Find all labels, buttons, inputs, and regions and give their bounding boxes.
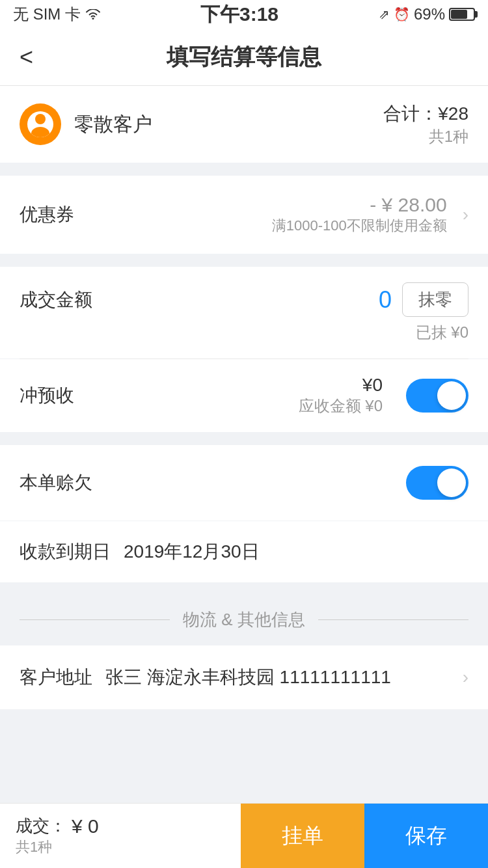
deal-amount-row: 成交金额 0 抹零 bbox=[20, 282, 468, 317]
back-button[interactable]: < bbox=[20, 44, 33, 71]
coupon-right: - ¥ 28.00 满1000-100不限制使用金额 › bbox=[272, 194, 468, 236]
deal-amount-value: 0 bbox=[379, 286, 392, 314]
due-date-row: 收款到期日 2019年12月30日 bbox=[0, 521, 488, 582]
debit-section: 本单赊欠 bbox=[0, 445, 488, 521]
bottom-deal-label: 成交： bbox=[16, 815, 66, 837]
precollect-main-amount: ¥0 bbox=[299, 375, 383, 396]
precollect-row: 冲预收 ¥0 应收金额 ¥0 bbox=[20, 375, 468, 416]
logistics-line-right bbox=[318, 619, 468, 620]
hang-button[interactable]: 挂单 bbox=[241, 804, 364, 868]
due-date-label: 收款到期日 bbox=[20, 539, 111, 564]
round-button[interactable]: 抹零 bbox=[402, 282, 468, 317]
status-left: 无 SIM 卡 bbox=[13, 4, 100, 25]
carrier-label: 无 SIM 卡 bbox=[13, 4, 81, 25]
address-value: 张三 海淀永丰科技园 11111111111 bbox=[105, 665, 444, 690]
bottom-deal-row: 成交： ¥ 0 bbox=[16, 815, 225, 837]
divider-3 bbox=[0, 432, 488, 445]
deal-amount-right: 0 抹零 bbox=[379, 282, 468, 317]
customer-name: 零散客户 bbox=[74, 111, 152, 138]
debit-label: 本单赊欠 bbox=[20, 470, 92, 495]
divider-1 bbox=[0, 163, 488, 176]
battery-icon bbox=[449, 8, 475, 21]
deal-amount-section: 成交金额 0 抹零 已抹 ¥0 bbox=[0, 267, 488, 359]
total-label: 合计：¥28 bbox=[383, 102, 468, 126]
precollect-toggle[interactable] bbox=[406, 379, 468, 413]
bottom-deal-value: ¥ 0 bbox=[72, 815, 99, 837]
content: 零散客户 合计：¥28 共1种 优惠券 - ¥ 28.00 满1000-100不… bbox=[0, 86, 488, 787]
location-icon: ⇗ bbox=[379, 7, 390, 22]
divider-4 bbox=[0, 582, 488, 595]
address-label: 客户地址 bbox=[20, 665, 92, 690]
save-label: 保存 bbox=[405, 822, 447, 850]
status-right: ⇗ ⏰ 69% bbox=[379, 5, 475, 23]
coupon-value-wrapper: - ¥ 28.00 满1000-100不限制使用金额 bbox=[272, 194, 447, 236]
customer-left: 零散客户 bbox=[20, 103, 152, 145]
chevron-right-icon: › bbox=[463, 204, 468, 225]
coupon-desc: 满1000-100不限制使用金额 bbox=[272, 216, 447, 236]
address-row[interactable]: 客户地址 张三 海淀永丰科技园 11111111111 › bbox=[0, 645, 488, 709]
precollect-right: ¥0 应收金额 ¥0 bbox=[299, 375, 468, 416]
precollect-sub-amount: 应收金额 ¥0 bbox=[299, 396, 383, 416]
logistics-line-left bbox=[20, 619, 170, 620]
battery-percentage: 69% bbox=[414, 5, 445, 23]
save-button[interactable]: 保存 bbox=[364, 804, 488, 868]
coupon-row[interactable]: 优惠券 - ¥ 28.00 满1000-100不限制使用金额 › bbox=[0, 176, 488, 254]
customer-row: 零散客户 合计：¥28 共1种 bbox=[0, 86, 488, 163]
page-title: 填写结算等信息 bbox=[167, 42, 321, 72]
avatar-icon bbox=[27, 111, 53, 137]
customer-right: 合计：¥28 共1种 bbox=[383, 102, 468, 147]
debit-toggle-knob bbox=[437, 468, 466, 497]
coupon-label: 优惠券 bbox=[20, 202, 74, 227]
nav-bar: < 填写结算等信息 bbox=[0, 29, 488, 86]
toggle-knob bbox=[437, 381, 466, 410]
precollect-section: 冲预收 ¥0 应收金额 ¥0 bbox=[0, 359, 488, 432]
deal-amount-label: 成交金额 bbox=[20, 288, 92, 312]
address-chevron-icon: › bbox=[463, 667, 468, 688]
logistics-section: 物流 & 其他信息 bbox=[0, 595, 488, 644]
precollect-amounts: ¥0 应收金额 ¥0 bbox=[299, 375, 383, 416]
coupon-discount: - ¥ 28.00 bbox=[272, 194, 447, 216]
wifi-icon bbox=[86, 5, 100, 23]
avatar bbox=[20, 103, 61, 145]
debit-toggle[interactable] bbox=[406, 466, 468, 500]
bottom-bar: 成交： ¥ 0 共1种 挂单 保存 bbox=[0, 803, 488, 868]
logistics-label: 物流 & 其他信息 bbox=[183, 608, 305, 631]
alarm-icon: ⏰ bbox=[394, 7, 410, 22]
status-time: 下午3:18 bbox=[200, 1, 278, 28]
bottom-summary: 成交： ¥ 0 共1种 bbox=[0, 804, 241, 868]
hang-label: 挂单 bbox=[282, 822, 323, 850]
bottom-count: 共1种 bbox=[16, 837, 225, 857]
divider-2 bbox=[0, 254, 488, 267]
precollect-label: 冲预收 bbox=[20, 383, 74, 408]
status-bar: 无 SIM 卡 下午3:18 ⇗ ⏰ 69% bbox=[0, 0, 488, 29]
deal-amount-sub: 已抹 ¥0 bbox=[20, 322, 468, 343]
total-count: 共1种 bbox=[383, 126, 468, 147]
due-date-value: 2019年12月30日 bbox=[124, 539, 260, 564]
